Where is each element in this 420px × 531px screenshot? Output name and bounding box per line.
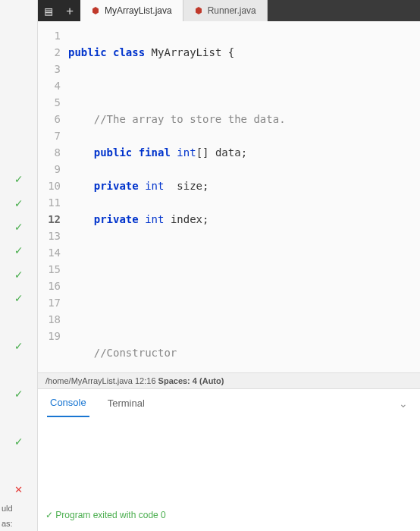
- spacer: [0, 357, 37, 381]
- left-gutter: ✓ ✓ ✓ ✓ ✓ ✓ ✓ ✓ ✓ ✕ uld as:: [0, 0, 38, 531]
- chevron-down-icon[interactable]: ⌄: [399, 397, 408, 410]
- check-icon: ✓: [0, 238, 37, 262]
- status-path: /home/MyArrayList.java: [45, 376, 133, 385]
- check-icon: ✓: [0, 429, 37, 453]
- spacer: [0, 405, 37, 429]
- line-gutter: 12345678910111213141516171819: [38, 21, 68, 372]
- file-icon-button[interactable]: ▤: [38, 0, 59, 21]
- check-icon: ✓: [0, 167, 37, 190]
- tab-label: MyArrayList.java: [105, 5, 172, 16]
- console-tab[interactable]: Console: [47, 389, 89, 417]
- java-icon: [91, 6, 100, 15]
- tab-myarraylist[interactable]: MyArrayList.java: [80, 0, 183, 21]
- check-icon: ✓: [0, 190, 37, 214]
- check-icon: ✓: [0, 382, 37, 405]
- status-spaces-label: Spaces:: [158, 376, 190, 385]
- x-icon: ✕: [0, 476, 37, 500]
- check-icon: ✓: [0, 215, 37, 238]
- status-position: 12:16: [135, 376, 156, 385]
- tab-bar: ▤ + MyArrayList.java Runner.java: [38, 0, 420, 21]
- console-panel[interactable]: ✓ Program exited with code 0: [38, 417, 420, 531]
- main-area: ▤ + MyArrayList.java Runner.java 1234567…: [38, 0, 420, 531]
- new-tab-button[interactable]: +: [59, 0, 80, 21]
- console-output: ✓ Program exited with code 0: [45, 510, 412, 523]
- terminal-tab[interactable]: Terminal: [105, 390, 148, 416]
- spacer: [0, 453, 37, 476]
- spacer: [0, 310, 37, 334]
- tab-runner[interactable]: Runner.java: [183, 0, 268, 21]
- java-icon: [194, 6, 203, 15]
- panel-tabs: Console Terminal ⌄: [38, 388, 420, 417]
- check-icon: ✓: [0, 286, 37, 309]
- status-spaces-value: 4 (Auto): [193, 376, 224, 385]
- check-icon: ✓: [0, 262, 37, 286]
- left-label-uld: uld: [0, 501, 37, 516]
- tab-label: Runner.java: [208, 5, 256, 16]
- code-content[interactable]: public class MyArrayList { //The array t…: [68, 21, 362, 372]
- check-icon: ✓: [0, 334, 37, 357]
- code-editor[interactable]: 12345678910111213141516171819 public cla…: [38, 21, 420, 372]
- status-bar: /home/MyArrayList.java 12:16 Spaces: 4 (…: [38, 372, 420, 388]
- left-label-as: as:: [0, 516, 37, 531]
